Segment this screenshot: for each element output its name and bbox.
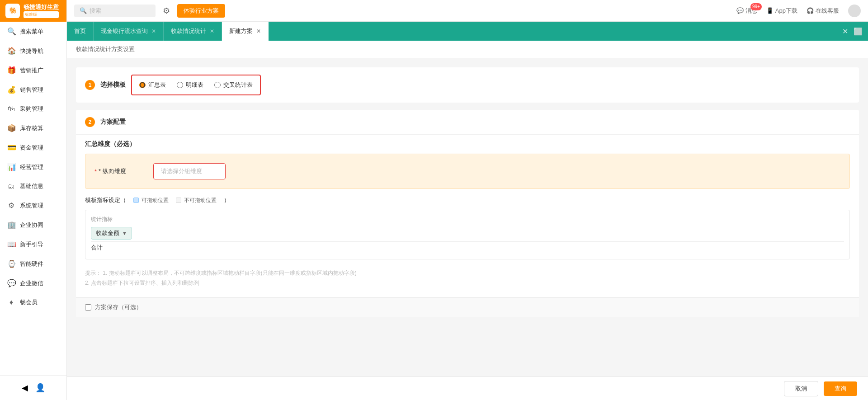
sales-icon: 💰 [7, 85, 15, 94]
sidebar-item-label: 库存核算 [20, 124, 43, 132]
sidebar-item-enterprise[interactable]: 🏢 企业协同 [0, 215, 66, 235]
tab-new-plan-close[interactable]: ✕ [256, 28, 261, 34]
dimension-select[interactable]: 请选择分组维度 [153, 163, 226, 179]
draggable-label: 可拖动位置 [142, 197, 169, 204]
sidebar-item-label: 资金管理 [20, 144, 43, 152]
sidebar-item-operations[interactable]: 📊 经营管理 [0, 157, 66, 177]
step1-section: 1 选择模板 汇总表 明细表 交叉统计表 [76, 67, 859, 103]
message-badge: 99+ [750, 3, 762, 10]
sidebar-item-system[interactable]: ⚙ 系统管理 [0, 196, 66, 215]
radio-detail-input[interactable] [177, 82, 183, 88]
member-icon: ♦ [7, 298, 15, 306]
gift-icon: 🎁 [7, 66, 15, 75]
sidebar-item-finance[interactable]: 💳 资金管理 [0, 138, 66, 157]
non-draggable-hint: 不可拖动位置 [176, 197, 217, 204]
bottom-bar: 取消 查询 [67, 376, 868, 400]
sidebar-item-label: 采购管理 [20, 105, 43, 113]
sidebar-item-label: 营销推广 [20, 66, 43, 75]
tab-collection-close[interactable]: ✕ [210, 28, 214, 34]
radio-summary-input[interactable] [139, 82, 146, 88]
headset-icon: 🎧 [807, 7, 814, 14]
radio-summary[interactable]: 汇总表 [139, 81, 166, 89]
topbar-search[interactable]: 🔍 搜索 [74, 5, 156, 17]
sidebar-item-label: 快捷导航 [20, 47, 43, 55]
service-btn[interactable]: 🎧 在线客服 [807, 7, 839, 15]
sidebar-collapse-icon[interactable]: ◀ [22, 383, 28, 393]
sidebar-item-search[interactable]: 🔍 搜索菜单 [0, 22, 66, 41]
sidebar-item-guide[interactable]: 📖 新手引导 [0, 235, 66, 254]
step1-badge: 1 [85, 80, 95, 90]
sidebar-nav: 🔍 搜索菜单 🏠 快捷导航 🎁 营销推广 💰 销售管理 🛍 采购管理 📦 库存核… [0, 22, 66, 375]
tab-new-plan-label: 新建方案 [229, 27, 253, 35]
close-all-icon[interactable]: ✕ [842, 27, 848, 36]
step1-row: 1 选择模板 汇总表 明细表 交叉统计表 [76, 67, 859, 103]
industry-btn[interactable]: 体验行业方案 [177, 4, 225, 18]
metrics-title-prefix: 模板指标设定（ [85, 196, 126, 204]
tab-new-plan[interactable]: 新建方案 ✕ [222, 22, 269, 41]
cancel-button[interactable]: 取消 [784, 381, 818, 396]
tab-bank[interactable]: 现金银行流水查询 ✕ [94, 22, 164, 41]
sidebar-item-sales[interactable]: 💰 销售管理 [0, 80, 66, 99]
metrics-tag-row: 收款金额 ▼ [91, 227, 844, 241]
logo-name: 畅捷通好生意 [24, 4, 59, 11]
save-row: 方案保存（可选） [76, 297, 859, 317]
metrics-tag-amount[interactable]: 收款金额 ▼ [91, 227, 132, 240]
sidebar-item-marketing[interactable]: 🎁 营销推广 [0, 61, 66, 80]
download-btn[interactable]: 📱 App下载 [766, 7, 797, 15]
sidebar-item-inventory[interactable]: 📦 库存核算 [0, 118, 66, 138]
tab-bank-label: 现金银行流水查询 [101, 27, 148, 35]
tips-line2: 2. 点击标题栏下拉可设置排序、插入列和删除列 [85, 278, 850, 288]
config-section: 汇总维度（必选） * * 纵向维度 —— 请选择分组维度 [76, 135, 859, 268]
logo-icon: 畅 [5, 4, 20, 18]
tab-home[interactable]: 首页 [67, 22, 94, 41]
tab-bank-close[interactable]: ✕ [151, 28, 156, 34]
tab-collection[interactable]: 收款情况统计 ✕ [164, 22, 222, 41]
radio-summary-label: 汇总表 [148, 81, 166, 89]
topbar: 🔍 搜索 ⚙ 体验行业方案 💬 消息 99+ 📱 App下载 🎧 在线客服 [67, 0, 868, 22]
user-avatar[interactable] [848, 5, 861, 17]
maximize-icon[interactable]: ⬜ [854, 27, 863, 36]
query-button[interactable]: 查询 [824, 381, 857, 396]
hardware-icon: ⌚ [7, 259, 15, 268]
service-label: 在线客服 [816, 7, 839, 15]
radio-cross[interactable]: 交叉统计表 [214, 81, 253, 89]
topbar-right: 💬 消息 99+ 📱 App下载 🎧 在线客服 [736, 5, 861, 17]
tips-line1: 提示： 1. 拖动标题栏可以调整布局，不可跨维度或指标区域拖动栏目字段(只能在同… [85, 268, 850, 278]
sidebar-item-label: 企业微信 [20, 279, 43, 287]
sidebar: 畅 畅捷通好生意 标准版 🔍 搜索菜单 🏠 快捷导航 🎁 营销推广 💰 销售管理… [0, 0, 67, 400]
wechat-icon: 💬 [7, 279, 15, 287]
sidebar-item-label: 畅会员 [20, 298, 38, 306]
sidebar-item-wechat[interactable]: 💬 企业微信 [0, 273, 66, 293]
home-icon: 🏠 [7, 47, 15, 55]
sidebar-item-baseinfo[interactable]: 🗂 基础信息 [0, 177, 66, 196]
sidebar-item-label: 智能硬件 [20, 260, 43, 268]
template-options-box: 汇总表 明细表 交叉统计表 [131, 75, 261, 95]
radio-detail[interactable]: 明细表 [177, 81, 203, 89]
sidebar-item-hardware[interactable]: ⌚ 智能硬件 [0, 254, 66, 273]
gear-icon: ⚙ [7, 201, 15, 210]
sidebar-item-member[interactable]: ♦ 畅会员 [0, 293, 66, 312]
content-body: 1 选择模板 汇总表 明细表 交叉统计表 [67, 58, 868, 376]
metrics-header: 模板指标设定（ 可拖动位置 不可拖动位置 ） [85, 196, 850, 204]
sidebar-item-label: 新手引导 [20, 240, 43, 249]
chart-icon: 📊 [7, 163, 15, 171]
arrow-icon: —— [133, 168, 146, 175]
non-draggable-dot [176, 198, 181, 203]
message-icon: 💬 [736, 7, 744, 14]
info-icon: 🗂 [7, 182, 15, 190]
sidebar-item-quicknav[interactable]: 🏠 快捷导航 [0, 41, 66, 61]
draggable-hint: 可拖动位置 [133, 197, 169, 204]
radio-cross-label: 交叉统计表 [223, 81, 253, 89]
sidebar-item-purchase[interactable]: 🛍 采购管理 [0, 99, 66, 118]
sidebar-item-label: 经营管理 [20, 163, 43, 171]
radio-cross-input[interactable] [214, 82, 221, 88]
settings-icon[interactable]: ⚙ [163, 6, 170, 16]
sidebar-logo: 畅 畅捷通好生意 标准版 [0, 0, 66, 22]
save-checkbox[interactable] [85, 304, 91, 311]
message-btn[interactable]: 💬 消息 99+ [736, 7, 757, 15]
tab-home-label: 首页 [74, 27, 86, 35]
sidebar-item-label: 系统管理 [20, 202, 43, 210]
required-mark: * [94, 168, 97, 175]
sidebar-user-icon[interactable]: 👤 [35, 383, 45, 393]
step2-label: 方案配置 [100, 118, 126, 126]
